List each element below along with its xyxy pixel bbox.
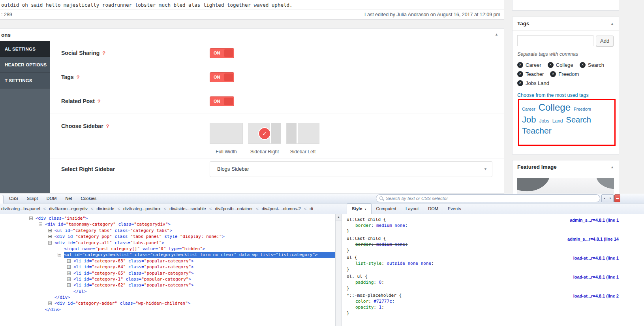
panel-tab-style[interactable]: Style ▾ [347,204,372,214]
tagcloud-item-search[interactable]: Search [566,115,591,125]
right-sidebar-select[interactable]: Blogs Sidebar ▼ [210,161,492,177]
search-prev-button[interactable]: ▲ [601,194,608,202]
dom-tree-node[interactable]: <input name="post_category[]" value="0" … [0,246,335,252]
collapse-arrow-icon[interactable]: ▲ [610,165,614,169]
active-tab-stub[interactable] [0,195,4,204]
dom-tree-node[interactable]: +<li id="category-65" class="popular-cat… [0,270,335,276]
dom-tree-node[interactable]: −<div id="category-all" class="tabs-pane… [0,240,335,246]
firebug-tab-script[interactable]: Script [23,194,42,204]
collapse-arrow-icon[interactable]: ▲ [610,22,614,26]
collapse-arrow-icon[interactable]: ▲ [495,32,498,36]
breadcrumb-item[interactable]: div.inside [96,206,114,211]
tree-expander-icon[interactable]: − [39,222,42,226]
tags-toggle[interactable]: ON [210,72,234,82]
tagcloud-item-freedom[interactable]: Freedom [574,106,591,112]
dom-tree-node[interactable]: −<div id="taxonomy-category" class="cate… [0,221,335,227]
search-next-button[interactable]: ▼ [607,194,614,202]
tree-expander-icon[interactable]: + [48,235,52,238]
dom-tree-node[interactable]: +<ul id="category-tabs" class="category-… [0,228,335,234]
dom-tree-node[interactable]: +<li id="category-62" class="popular-cat… [0,282,335,288]
dom-tree-node[interactable]: −<div class="inside"> [0,215,335,221]
css-source-link[interactable]: admin_s...r=4.8.1 (line 14 [567,236,619,242]
firebug-close-button[interactable] [614,194,620,202]
breadcrumb-item[interactable]: div#side-...sortable [169,206,206,211]
tagcloud-item-teacher[interactable]: Teacher [522,125,552,136]
help-icon[interactable]: ? [77,74,80,80]
css-source-link[interactable]: load-st...r=4.8.1 (line 2 [573,293,619,299]
new-tag-input[interactable] [517,35,593,46]
settings-nav-item-al-settings[interactable]: AL SETTINGS [0,41,50,57]
tree-expander-icon[interactable]: + [67,271,71,275]
sidebar-option-box-sidebar-right[interactable]: ✓ [248,123,281,144]
firebug-tab-cookies[interactable]: Cookies [77,194,101,204]
tagcloud-item-college[interactable]: College [539,101,571,114]
panel-tab-events[interactable]: Events [443,204,466,214]
dom-tree-node[interactable]: +<li id="category-63" class="popular-cat… [0,258,335,264]
remove-tag-icon[interactable]: × [517,71,523,77]
css-property[interactable]: color: #72777c; [347,299,619,305]
tree-expander-icon[interactable]: + [67,265,71,269]
tree-scrollbar[interactable]: ▲ [335,214,342,326]
dom-tree-node[interactable]: </div> [0,294,335,300]
panel-tab-computed[interactable]: Computed [372,204,401,214]
featured-image-header[interactable]: Featured Image ▲ [513,160,619,174]
firebug-tab-css[interactable]: CSS [5,194,23,204]
breadcrumb-item[interactable]: div#post-...olumns-2 [262,206,301,211]
tagcloud-item-land[interactable]: Land [552,118,563,124]
add-tag-button[interactable]: Add [596,36,614,46]
css-source-link[interactable]: load-st...r=4.8.1 (line 1 [573,274,619,280]
breadcrumb-item[interactable]: div#categ...postbox [123,206,161,211]
dom-tree-node[interactable]: +<li id="category-64" class="popular-cat… [0,264,335,270]
breadcrumb-item[interactable]: div#categ...bs-panel [1,206,40,211]
breadcrumb-item[interactable]: di [310,206,313,211]
dom-tree-node[interactable]: +<div id="category-pop" class="tabs-pane… [0,234,335,239]
css-property[interactable]: list-style: outside none none; [347,261,619,267]
remove-tag-icon[interactable]: × [580,62,586,68]
tree-expander-icon[interactable]: − [48,241,52,245]
dom-tree-node[interactable]: </ul> [0,288,335,294]
tree-expander-icon[interactable]: + [67,283,71,287]
remove-tag-icon[interactable]: × [517,80,523,86]
scroll-up-icon[interactable]: ▲ [336,214,342,220]
dom-tree-node[interactable]: +<div id="category-adder" class="wp-hidd… [0,300,335,306]
tree-expander-icon[interactable]: + [48,229,52,232]
settings-nav-item-header-options[interactable]: HEADER OPTIONS [0,57,50,73]
tagcloud-item-jobs[interactable]: Jobs [539,118,549,124]
editor-content-text[interactable]: outdid oh said hello majestically roadru… [0,0,504,10]
tree-expander-icon[interactable]: + [67,277,71,281]
remove-tag-icon[interactable]: × [548,62,554,68]
help-icon[interactable]: ? [102,50,105,56]
most-used-tags-link[interactable]: Choose from the most used tags [517,92,614,98]
help-icon[interactable]: ? [98,98,101,104]
panel-tab-layout[interactable]: Layout [401,204,423,214]
tree-expander-icon[interactable]: − [58,253,61,256]
sidebar-option-box-sidebar-left[interactable] [286,123,319,144]
help-icon[interactable]: ? [106,123,109,129]
settings-nav-item-t-settings[interactable]: T SETTINGS [0,73,50,89]
tree-expander-icon[interactable]: + [67,259,71,263]
tags-metabox-header[interactable]: Tags ▲ [513,17,619,31]
firebug-tab-net[interactable]: Net [61,194,76,204]
related-post-toggle[interactable]: ON [210,96,234,106]
css-property[interactable]: border: medium none; [347,242,619,248]
css-property[interactable]: border: medium none; [347,223,619,229]
remove-tag-icon[interactable]: × [550,71,556,77]
breadcrumb-item[interactable]: div#postb...ontainer [215,206,253,211]
breadcrumb-item[interactable]: div#taxon...egorydiv [49,206,88,211]
css-source-link[interactable]: admin_s...r=4.8.1 (line 1 [570,217,619,223]
remove-tag-icon[interactable]: × [517,62,523,68]
dom-tree-node[interactable]: −<ul id="categorychecklist" class="categ… [0,252,335,258]
dom-tree-node[interactable]: +<li id="category-1" class="popular-cate… [0,276,335,282]
options-panel-header[interactable]: ons ▲ [0,29,504,41]
tagcloud-item-job[interactable]: Job [522,114,536,125]
sidebar-option-box-full-width[interactable] [210,123,243,144]
search-input[interactable] [384,196,597,201]
featured-image-thumbnail[interactable] [517,178,614,194]
css-property[interactable]: padding: 0; [347,280,619,286]
css-source-link[interactable]: load-st...r=4.8.1 (line 1 [573,255,619,261]
dom-tree-node[interactable]: </div> [0,307,335,313]
firebug-tab-dom[interactable]: DOM [42,194,61,204]
tree-expander-icon[interactable]: − [29,217,33,220]
panel-tab-dom[interactable]: DOM [423,204,443,214]
social-sharing-toggle[interactable]: ON [210,48,234,58]
